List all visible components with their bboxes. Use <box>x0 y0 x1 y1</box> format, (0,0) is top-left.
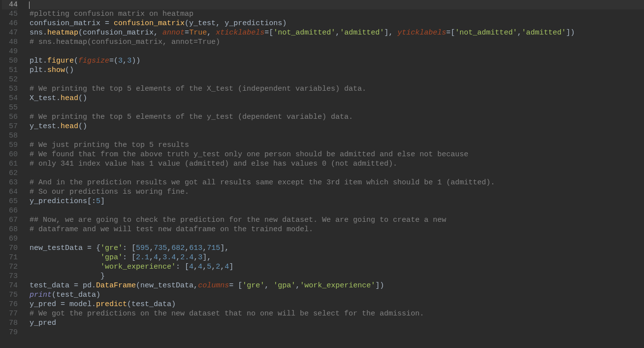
line-number: 54 <box>2 94 18 103</box>
code-line[interactable]: y_predictions[:5] <box>30 197 644 206</box>
code-line[interactable]: # We just printing the top 5 results <box>30 140 644 150</box>
line-number: 53 <box>2 84 18 94</box>
code-line[interactable] <box>30 234 644 244</box>
code-line[interactable]: test_data = pd.DataFrame(new_testData,co… <box>30 281 644 290</box>
code-line[interactable] <box>30 206 644 215</box>
code-line[interactable] <box>30 47 644 56</box>
token-punct: ], <box>202 253 211 262</box>
line-number: 52 <box>2 75 18 84</box>
code-line[interactable]: new_testData = {'gre': [595,735,682,613,… <box>30 244 644 253</box>
token-comment: #plotting confusion matrix on heatmap <box>30 10 193 18</box>
token-punct: , <box>123 57 127 65</box>
line-number: 58 <box>2 131 18 140</box>
token-num: 3 <box>127 57 131 65</box>
token-punct: ) <box>282 19 287 28</box>
code-line[interactable]: 'work_experience': [4,4,5,2,4] <box>30 262 644 272</box>
token-num: 4 <box>154 253 158 262</box>
token-assign: = <box>74 281 78 290</box>
code-line[interactable]: ## Now, we are going to check the predic… <box>30 215 644 225</box>
token-punct: )) <box>131 57 140 65</box>
token-str: 'gpa' <box>100 253 123 262</box>
token-punct: , <box>335 29 340 37</box>
token-num: 595 <box>136 244 149 252</box>
token-ident: test_data <box>30 281 74 290</box>
line-number: 69 <box>2 234 18 244</box>
code-line[interactable]: # We found that from the above truth y_t… <box>30 150 644 159</box>
code-line[interactable]: y_test.head() <box>30 122 644 131</box>
line-number: 67 <box>2 215 18 225</box>
code-line[interactable]: # only 341 index value has 1 value (admi… <box>30 159 644 169</box>
line-number: 77 <box>2 309 18 318</box>
token-ident: y_predictions <box>225 19 282 28</box>
code-line[interactable] <box>30 0 644 9</box>
code-line[interactable]: } <box>30 272 644 281</box>
token-punct: , <box>207 29 216 37</box>
code-line[interactable] <box>30 169 644 178</box>
token-punct: , <box>193 263 198 271</box>
token-ident: test_data <box>131 300 171 309</box>
token-punct: , <box>185 244 189 252</box>
token-num: 715 <box>207 244 220 252</box>
code-line[interactable]: y_pred = model.predict(test_data) <box>30 300 644 309</box>
token-parameq: = <box>446 29 451 37</box>
token-punct: ( <box>78 29 83 37</box>
code-line[interactable]: # And in the prediction results we got a… <box>30 178 644 187</box>
token-str: 'admitted' <box>340 29 384 37</box>
token-parameq: = <box>185 29 189 37</box>
code-line[interactable]: # We got the predictions on the new data… <box>30 309 644 318</box>
token-parameq: = <box>109 57 114 65</box>
token-punct: [ <box>233 281 242 290</box>
code-line[interactable]: # sns.heatmap(confusion_matrix, annot=Tr… <box>30 37 644 47</box>
code-line[interactable] <box>30 131 644 140</box>
code-line[interactable]: 'gpa': [2.1,4,3.4,2.4,3], <box>30 253 644 262</box>
code-line[interactable]: plt.show() <box>30 66 644 75</box>
token-ident: y_predictions <box>30 197 87 206</box>
token-str: 'work_experience' <box>300 281 375 290</box>
token-assign: = <box>105 19 109 28</box>
code-line[interactable]: # We printing the top 5 elements of the … <box>30 84 644 94</box>
token-punct: : [ <box>123 244 136 252</box>
line-number: 56 <box>2 112 18 122</box>
token-punct: [: <box>87 197 96 206</box>
token-num: 735 <box>154 244 167 252</box>
line-number: 60 <box>2 150 18 159</box>
code-line[interactable]: X_test.head() <box>30 94 644 103</box>
code-line[interactable] <box>30 328 644 337</box>
token-punct: , <box>149 253 154 262</box>
code-line[interactable]: y_pred <box>30 318 644 328</box>
token-ident: confusion_matrix <box>83 29 154 37</box>
token-param: annot <box>162 29 185 37</box>
token-parameq: = <box>264 29 269 37</box>
token-ident: test_data <box>56 291 96 299</box>
text-caret <box>29 1 30 9</box>
token-comment: # dataframe and we will test new datafra… <box>30 225 313 234</box>
code-line[interactable]: confusion_matrix = confusion_matrix(y_te… <box>30 19 644 28</box>
line-number: 62 <box>2 169 18 178</box>
code-line[interactable]: #plotting confusion matrix on heatmap <box>30 9 644 19</box>
code-line[interactable] <box>30 75 644 84</box>
token-punct: , <box>211 263 216 271</box>
token-str: 'not_admitted' <box>273 29 335 37</box>
code-area[interactable]: #plotting confusion matrix on heatmapcon… <box>22 0 644 348</box>
code-line[interactable]: # So our predictions is woring fine. <box>30 187 644 197</box>
token-punct: [ <box>269 29 273 37</box>
line-number: 64 <box>2 187 18 197</box>
code-line[interactable]: # We printing the top 5 elements of the … <box>30 112 644 122</box>
code-editor[interactable]: 4445464748495051525354555657585960616263… <box>0 0 644 348</box>
code-line[interactable]: sns.heatmap(confusion_matrix, annot=True… <box>30 28 644 37</box>
code-line[interactable]: print(test_data) <box>30 290 644 300</box>
token-punct: , <box>264 281 273 290</box>
token-punct: : [ <box>176 263 189 271</box>
token-ident: plt. <box>30 66 47 74</box>
token-punct: ) <box>96 291 100 299</box>
token-num: 4 <box>225 263 229 271</box>
line-number: 76 <box>2 300 18 309</box>
token-comment: # only 341 index value has 1 value (admi… <box>30 160 397 168</box>
token-punct: ( <box>52 291 56 299</box>
token-ident: y_test <box>189 19 216 28</box>
line-number: 68 <box>2 225 18 234</box>
token-func: confusion_matrix <box>114 19 185 28</box>
code-line[interactable] <box>30 103 644 112</box>
code-line[interactable]: plt.figure(figsize=(3,3)) <box>30 56 644 66</box>
code-line[interactable]: # dataframe and we will test new datafra… <box>30 225 644 234</box>
